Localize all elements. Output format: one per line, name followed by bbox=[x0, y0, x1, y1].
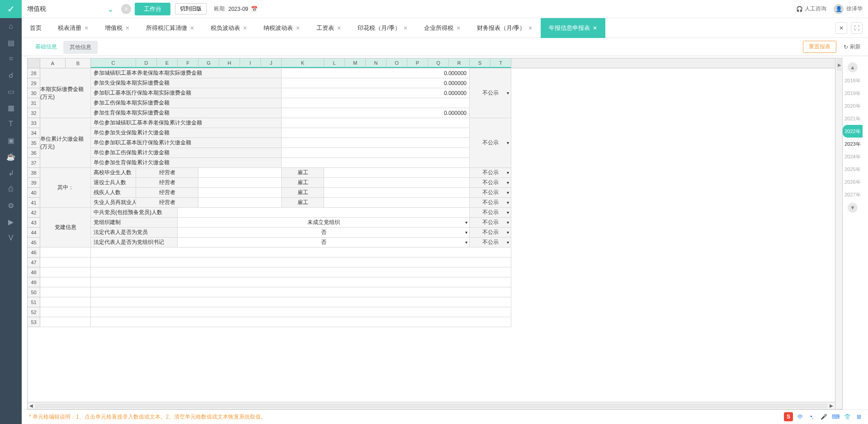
mid-cell[interactable]: 否 bbox=[178, 238, 470, 248]
empty-cell[interactable] bbox=[91, 297, 511, 307]
select-all-corner[interactable] bbox=[28, 58, 40, 68]
val-cell[interactable] bbox=[324, 168, 470, 178]
row-header-47[interactable]: 47 bbox=[28, 257, 40, 267]
employee-cell[interactable]: 雇工 bbox=[282, 168, 324, 178]
col-header-P[interactable]: P bbox=[407, 58, 428, 68]
spreadsheet[interactable]: ABCDEFGHIJKLMNOPQRST 2829303132333435363… bbox=[27, 58, 843, 410]
year-2024年[interactable]: 2024年 bbox=[843, 150, 863, 163]
ime-toolbox-icon[interactable]: ⊞ bbox=[854, 412, 863, 421]
item-value[interactable]: 0.000000 bbox=[282, 108, 470, 118]
row-header-31[interactable]: 31 bbox=[28, 98, 40, 108]
val-cell[interactable] bbox=[324, 178, 470, 188]
val-cell[interactable] bbox=[198, 188, 282, 198]
user-menu[interactable]: 👤 徐泽华 bbox=[834, 4, 863, 14]
val-cell[interactable] bbox=[198, 198, 282, 208]
row-header-36[interactable]: 36 bbox=[28, 148, 40, 158]
row-header-39[interactable]: 39 bbox=[28, 178, 40, 188]
empty-cell[interactable] bbox=[40, 277, 91, 287]
tab-工资表[interactable]: 工资表✕ bbox=[308, 18, 349, 38]
operator-cell[interactable]: 经营者 bbox=[136, 178, 198, 188]
employee-cell[interactable]: 雇工 bbox=[282, 188, 324, 198]
display-select[interactable]: 不公示 bbox=[470, 168, 511, 178]
col-header-F[interactable]: F bbox=[178, 58, 198, 68]
col-header-A[interactable]: A bbox=[40, 58, 66, 68]
row-header-42[interactable]: 42 bbox=[28, 208, 40, 218]
item-value[interactable]: 0.000000 bbox=[282, 68, 470, 78]
nav-doc-icon[interactable]: ▤ bbox=[0, 34, 22, 51]
nav-cup-icon[interactable]: ☕ bbox=[0, 148, 22, 165]
row-header-40[interactable]: 40 bbox=[28, 188, 40, 198]
mid-cell[interactable]: 未成立党组织 bbox=[178, 218, 470, 228]
year-down-icon[interactable]: ▼ bbox=[848, 203, 858, 213]
col-header-T[interactable]: T bbox=[491, 58, 511, 68]
year-up-icon[interactable]: ▲ bbox=[848, 62, 858, 72]
col-header-B[interactable]: B bbox=[66, 58, 91, 68]
item-name[interactable]: 参加生育保险本期实际缴费金额 bbox=[91, 108, 282, 118]
mid-cell[interactable] bbox=[178, 208, 470, 218]
col-header-L[interactable]: L bbox=[324, 58, 345, 68]
year-2027年[interactable]: 2027年 bbox=[843, 188, 863, 201]
row-header-32[interactable]: 32 bbox=[28, 108, 40, 118]
row-header-33[interactable]: 33 bbox=[28, 118, 40, 128]
col-header-R[interactable]: R bbox=[449, 58, 470, 68]
display-select[interactable]: 不公示 bbox=[470, 208, 511, 218]
empty-cell[interactable] bbox=[91, 307, 511, 317]
close-icon[interactable]: ✕ bbox=[528, 25, 533, 31]
col-header-O[interactable]: O bbox=[387, 58, 407, 68]
empty-cell[interactable] bbox=[91, 248, 511, 257]
col-header-M[interactable]: M bbox=[345, 58, 366, 68]
help-link[interactable]: 🎧 人工咨询 bbox=[796, 5, 826, 13]
close-icon[interactable]: ✕ bbox=[296, 25, 300, 31]
row-header-35[interactable]: 35 bbox=[28, 138, 40, 148]
col-header-G[interactable]: G bbox=[198, 58, 219, 68]
year-2022年[interactable]: 2022年 bbox=[843, 125, 863, 138]
row-header-43[interactable]: 43 bbox=[28, 218, 40, 228]
empty-cell[interactable] bbox=[40, 267, 91, 277]
refresh-button[interactable]: ↻ 刷新 bbox=[844, 43, 861, 51]
scroll-right-icon[interactable]: ▶ bbox=[828, 402, 835, 410]
item-name[interactable]: 失业人员再就业人数 bbox=[91, 198, 136, 208]
row-header-28[interactable]: 28 bbox=[28, 68, 40, 78]
expand-icon[interactable]: ⛶ bbox=[851, 22, 863, 34]
module-select[interactable]: 增值税 ⌄ bbox=[27, 4, 118, 14]
mid-cell[interactable]: 否 bbox=[178, 228, 470, 238]
item-value[interactable]: 0.000000 bbox=[282, 88, 470, 98]
switch-old-button[interactable]: 切到旧版 bbox=[175, 3, 207, 14]
empty-cell[interactable] bbox=[91, 287, 511, 297]
period-value[interactable]: 2023-09 bbox=[228, 6, 248, 12]
row-header-52[interactable]: 52 bbox=[28, 307, 40, 317]
item-value[interactable] bbox=[282, 158, 470, 168]
tab-所得税汇算清缴[interactable]: 所得税汇算清缴✕ bbox=[138, 18, 203, 38]
item-name[interactable]: 法定代表人是否为党组织书记 bbox=[91, 238, 178, 248]
nav-home-icon[interactable]: ⌂ bbox=[0, 18, 22, 34]
nav-bag-icon[interactable]: ☌ bbox=[0, 67, 22, 83]
item-name[interactable]: 单位参加生育保险累计欠缴金额 bbox=[91, 158, 282, 168]
item-name[interactable]: 残疾人人数 bbox=[91, 188, 136, 198]
item-name[interactable]: 单位参加城镇职工基本养老保险累计欠缴金额 bbox=[91, 118, 282, 128]
row-header-38[interactable]: 38 bbox=[28, 168, 40, 178]
tab-财务报表（月/季）[interactable]: 财务报表（月/季）✕ bbox=[469, 18, 541, 38]
col-header-S[interactable]: S bbox=[470, 58, 491, 68]
display-select[interactable]: 不公示 bbox=[470, 118, 511, 168]
item-name[interactable]: 单位参加失业保险累计欠缴金额 bbox=[91, 128, 282, 138]
tab-首页[interactable]: 首页 bbox=[22, 18, 50, 38]
item-value[interactable] bbox=[282, 138, 470, 148]
item-name[interactable]: 中共党员(包括预备党员)人数 bbox=[91, 208, 178, 218]
empty-cell[interactable] bbox=[91, 267, 511, 277]
item-name[interactable]: 单位参加工伤保险累计欠缴金额 bbox=[91, 148, 282, 158]
item-name[interactable]: 党组织建制 bbox=[91, 218, 178, 228]
nav-play-icon[interactable]: ▶ bbox=[0, 214, 22, 230]
close-tab-icon[interactable]: ✕ bbox=[835, 22, 847, 34]
year-2018年[interactable]: 2018年 bbox=[843, 74, 863, 87]
nav-v-icon[interactable]: V bbox=[0, 230, 22, 246]
row-header-50[interactable]: 50 bbox=[28, 287, 40, 297]
employee-cell[interactable]: 雇工 bbox=[282, 198, 324, 208]
row-header-48[interactable]: 48 bbox=[28, 267, 40, 277]
empty-cell[interactable] bbox=[40, 307, 91, 317]
display-select[interactable]: 不公示 bbox=[470, 218, 511, 228]
close-icon[interactable]: ✕ bbox=[84, 25, 89, 31]
close-icon[interactable]: ✕ bbox=[125, 25, 130, 31]
nav-print-icon[interactable]: ⎙ bbox=[0, 181, 22, 197]
empty-cell[interactable] bbox=[91, 257, 511, 267]
display-select[interactable]: 不公示 bbox=[470, 178, 511, 188]
